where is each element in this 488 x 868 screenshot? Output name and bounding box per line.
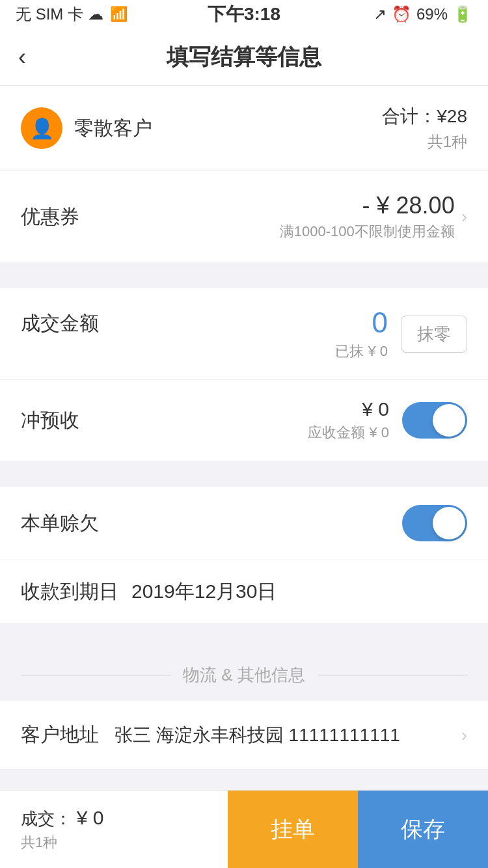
status-left: 无 SIM 卡 ☁ 📶 <box>16 4 128 25</box>
logistics-line-left <box>21 675 170 675</box>
save-label: 保存 <box>401 815 445 845</box>
bottom-total-value: ¥ 0 <box>77 807 104 828</box>
debt-toggle-knob <box>433 507 465 539</box>
debt-label: 本单赊欠 <box>21 510 99 537</box>
advance-right: ¥ 0 应收金额 ¥ 0 <box>308 398 467 442</box>
section-divider-3 <box>0 636 488 649</box>
due-date-label: 收款到期日 <box>21 578 118 605</box>
battery-label: 69% <box>416 5 448 23</box>
page-title: 填写结算等信息 <box>167 42 321 72</box>
chevron-right-icon: › <box>461 206 467 227</box>
customer-count: 共1种 <box>382 131 467 152</box>
section-divider-2 <box>0 474 488 487</box>
coupon-amount: - ¥ 28.00 <box>280 192 455 219</box>
section-divider-1 <box>0 275 488 288</box>
due-date-row[interactable]: 收款到期日 2019年12月30日 <box>0 560 488 623</box>
bottom-total-row: 成交： ¥ 0 <box>21 807 228 830</box>
avatar-icon: 👤 <box>30 117 54 140</box>
logistics-line-right <box>318 675 467 675</box>
hold-order-label: 挂单 <box>271 815 315 845</box>
customer-name: 零散客户 <box>74 115 152 142</box>
transaction-sub: 已抹 ¥ 0 <box>335 342 388 361</box>
advance-value: ¥ 0 <box>308 398 389 420</box>
sim-label: 无 SIM 卡 ☁ <box>16 4 103 25</box>
transaction-value[interactable]: 0 <box>335 306 388 339</box>
hold-order-button[interactable]: 挂单 <box>228 791 358 869</box>
coupon-label: 优惠券 <box>21 204 79 230</box>
bottom-bar: 成交： ¥ 0 共1种 挂单 保存 <box>0 790 488 868</box>
advance-toggle-knob <box>433 404 465 437</box>
advance-value-area: ¥ 0 应收金额 ¥ 0 <box>308 398 389 442</box>
bottom-count: 共1种 <box>21 833 228 852</box>
wifi-icon: 📶 <box>110 6 128 23</box>
address-label: 客户地址 <box>21 722 99 748</box>
transaction-value-area: 0 已抹 ¥ 0 <box>335 306 388 361</box>
customer-left: 👤 零散客户 <box>21 107 152 149</box>
advance-toggle[interactable] <box>402 402 467 439</box>
debt-row: 本单赊欠 <box>0 487 488 560</box>
transaction-label: 成交金额 <box>21 306 99 337</box>
coupon-row[interactable]: 优惠券 - ¥ 28.00 满1000-100不限制使用金额 › <box>0 171 488 262</box>
transaction-right: 0 已抹 ¥ 0 抹零 <box>335 306 467 361</box>
alarm-icon: ⏰ <box>392 5 411 23</box>
coupon-right: - ¥ 28.00 满1000-100不限制使用金额 › <box>280 192 467 241</box>
address-row[interactable]: 客户地址 张三 海淀永丰科技园 11111111111 › <box>0 701 488 769</box>
logistics-label: 物流 & 其他信息 <box>183 664 305 686</box>
coupon-desc: 满1000-100不限制使用金额 <box>280 222 455 241</box>
save-button[interactable]: 保存 <box>358 791 488 869</box>
bottom-info: 成交： ¥ 0 共1种 <box>0 807 228 852</box>
transaction-row: 成交金额 0 已抹 ¥ 0 抹零 <box>0 288 488 380</box>
battery-icon: 🔋 <box>453 5 472 23</box>
back-button[interactable]: ‹ <box>18 44 26 71</box>
logistics-header: 物流 & 其他信息 <box>0 649 488 701</box>
customer-avatar: 👤 <box>21 107 62 149</box>
address-value: 张三 海淀永丰科技园 11111111111 <box>115 723 461 748</box>
form-section-1: 成交金额 0 已抹 ¥ 0 抹零 冲预收 ¥ 0 应收金额 ¥ 0 <box>0 288 488 461</box>
customer-total: 合计：¥28 <box>382 104 467 129</box>
logistics-section: 物流 & 其他信息 客户地址 张三 海淀永丰科技园 11111111111 › <box>0 649 488 769</box>
due-date-value: 2019年12月30日 <box>131 578 277 605</box>
coupon-value-area: - ¥ 28.00 满1000-100不限制使用金额 <box>280 192 455 241</box>
content-area: 👤 零散客户 合计：¥28 共1种 优惠券 - ¥ 28.00 满1000-10… <box>0 86 488 868</box>
status-bar: 无 SIM 卡 ☁ 📶 下午3:18 ↗ ⏰ 69% 🔋 <box>0 0 488 29</box>
customer-section: 👤 零散客户 合计：¥28 共1种 优惠券 - ¥ 28.00 满1000-10… <box>0 86 488 262</box>
advance-label: 冲预收 <box>21 407 79 434</box>
nav-bar: ‹ 填写结算等信息 <box>0 29 488 86</box>
advance-row: 冲预收 ¥ 0 应收金额 ¥ 0 <box>0 380 488 461</box>
address-chevron-icon: › <box>461 725 467 746</box>
location-icon: ↗ <box>373 5 386 23</box>
customer-row[interactable]: 👤 零散客户 合计：¥28 共1种 <box>0 86 488 171</box>
status-right: ↗ ⏰ 69% 🔋 <box>373 5 472 23</box>
bottom-total-label: 成交： <box>21 809 72 828</box>
debt-section: 本单赊欠 收款到期日 2019年12月30日 <box>0 487 488 623</box>
round-zero-button[interactable]: 抹零 <box>401 316 467 353</box>
status-time: 下午3:18 <box>208 2 280 27</box>
customer-right: 合计：¥28 共1种 <box>382 104 467 152</box>
advance-sub: 应收金额 ¥ 0 <box>308 423 389 442</box>
debt-toggle[interactable] <box>402 505 467 541</box>
